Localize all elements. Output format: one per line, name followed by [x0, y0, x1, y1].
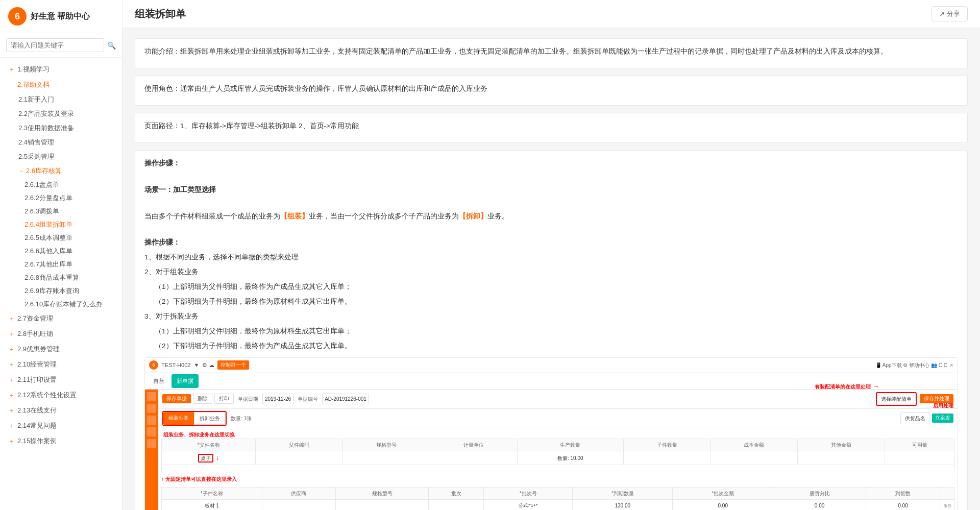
- sidebar-item-2-6-10[interactable]: 2.6.10库存账本错了怎么办: [0, 298, 122, 311]
- scene1-title: 场景一：加工类型选择: [144, 184, 958, 196]
- scene1-desc: 当由多个子件材料组装成一个成品的业务为【组装】业务，当由一个父件拆分成多个子产品…: [144, 211, 958, 223]
- step2: 2、对于组装业务: [144, 266, 958, 278]
- cell-child-name-1: 板材 1: [162, 500, 262, 510]
- th-supplier: 供应商: [262, 488, 336, 500]
- quantity-label: 数量: 1张: [231, 414, 252, 423]
- app-titlebar-right: 📱 App下载 ⚙ 帮助中心 👥 C.C ✕: [875, 361, 953, 370]
- sidebar-item-2-10[interactable]: ＋ 2.10经营管理: [0, 357, 122, 372]
- page-title: 组装拆卸单: [135, 7, 186, 21]
- sidebar-item-2-8[interactable]: ＋ 2.8手机旺铺: [0, 326, 122, 342]
- sidebar-item-2-6-4[interactable]: 2.6.4组装拆卸单: [0, 218, 122, 231]
- share-button[interactable]: ↗ 分享: [932, 6, 968, 21]
- lower-table: *子件名称 供应商 规格型号 批次 *批次号 *到期数量 *批次金额 册贡分比: [161, 487, 954, 510]
- sidebar-item-2-9[interactable]: ＋ 2.9优惠券管理: [0, 342, 122, 357]
- cell-name: 桌子 ↓: [162, 451, 256, 465]
- th-avail: 可用量: [885, 439, 954, 451]
- step3: 3、对于拆装业务: [144, 311, 958, 323]
- app-title: TEST-H002: [161, 360, 190, 370]
- search-input[interactable]: [6, 38, 104, 52]
- cell-unit: [430, 451, 518, 465]
- cell-batch-1: [429, 500, 484, 510]
- app-tab-home[interactable]: 自营: [148, 374, 169, 388]
- app-form-topbar: 保存单据 删除 打印 单据日期 2019-12-26 单据编号 AD-20191…: [158, 390, 958, 409]
- search-box: 🔍: [0, 33, 122, 58]
- annotation-bom: 有装配清单的在这里处理 →: [815, 381, 879, 393]
- th-arrive: 到货数: [866, 488, 940, 500]
- app-titlebar: 6 TEST-H002 ▼ ⚙ ☁ 控制群一个 📱 App下载 ⚙ 帮助中心 👥…: [145, 358, 958, 373]
- th-qty: 生产数量: [517, 439, 623, 451]
- sidebar-item-2-14[interactable]: ＋ 2.14常见问题: [0, 418, 122, 433]
- th-batch: 批次: [429, 488, 484, 500]
- sidebar-item-label: 2.10经营管理: [17, 360, 57, 369]
- app-mini-sidebar: [145, 390, 158, 510]
- sidebar-item-2-6-6[interactable]: 2.6.6其他入库单: [0, 245, 122, 258]
- sidebar-item-label: 1.视频学习: [17, 65, 50, 74]
- tab-disassembly[interactable]: 拆卸业务: [194, 412, 226, 425]
- sidebar-item-2-12[interactable]: ＋ 2.12系统个性化设置: [0, 387, 122, 403]
- app-delete-btn[interactable]: 删除: [193, 394, 212, 404]
- search-icon[interactable]: 🔍: [107, 41, 116, 50]
- sidebar-item-2-6-3[interactable]: 2.6.3调拨单: [0, 205, 122, 218]
- tab-assembly[interactable]: 组装业务: [163, 412, 194, 425]
- app-new-btn[interactable]: 控制群一个: [217, 360, 249, 370]
- sidebar-item-2-15[interactable]: ＋ 2.15操作案例: [0, 433, 122, 449]
- sidebar-item-label: 2.7资金管理: [17, 314, 53, 323]
- screenshot-container: 6 TEST-H002 ▼ ⚙ ☁ 控制群一个 📱 App下载 ⚙ 帮助中心 👥…: [144, 357, 958, 510]
- sidebar-item-2-1[interactable]: 2.1新手入门: [0, 92, 122, 107]
- sidebar-item-2-7[interactable]: ＋ 2.7资金管理: [0, 311, 122, 326]
- mini-sidebar-icon-3: [147, 416, 156, 425]
- annotation-no-bom: ↑ 无固定清单可以直接在这里录入: [161, 476, 237, 482]
- sidebar-item-2-4[interactable]: 2.4销售管理: [0, 135, 122, 150]
- sidebar-item-2-6-1[interactable]: 2.6.1盘点单: [0, 178, 122, 191]
- app-tab-new[interactable]: 新单据: [172, 374, 199, 388]
- sidebar-item-2-6[interactable]: － 2.6库存核算: [0, 164, 122, 178]
- logo-text: 好生意 帮助中心: [31, 11, 90, 22]
- steps-block: 操作步骤： 场景一：加工类型选择 当由多个子件材料组装成一个成品的业务为【组装】…: [135, 150, 968, 510]
- type-tab-group: 组装业务 拆卸业务: [162, 411, 227, 426]
- steps-title: 操作步骤：: [144, 158, 958, 169]
- app-screenshot: 6 TEST-H002 ▼ ⚙ ☁ 控制群一个 📱 App下载 ⚙ 帮助中心 👥…: [145, 358, 958, 510]
- path-block: 页面路径：1、库存核算->库存管理->组装拆卸单 2、首页->常用功能: [135, 113, 968, 143]
- sidebar-item-label: 2.13在线支付: [17, 406, 57, 415]
- mini-sidebar-icon-1: [147, 392, 156, 401]
- sidebar-item-2-6-9[interactable]: 2.6.9库存账本查询: [0, 284, 122, 298]
- cell-arrive-1: 0.00: [866, 500, 940, 510]
- path-text: 页面路径：1、库存核算->库存管理->组装拆卸单 2、首页->常用功能: [144, 120, 958, 132]
- bom-select-box[interactable]: 选择装配清单: [876, 392, 917, 406]
- role-text: 使用角色：通常由生产人员或库管人员完成拆装业务的操作，库管人员确认原材料的出库和…: [144, 83, 958, 95]
- sidebar-item-2-2[interactable]: 2.2产品安装及登录: [0, 107, 122, 121]
- sidebar-item-label: 2.11打印设置: [17, 375, 57, 384]
- th-unit: 计量单位: [430, 439, 518, 451]
- sidebar-item-label: 2.帮助文档: [17, 80, 50, 89]
- sidebar-item-2-6-5[interactable]: 2.6.5成本调整单: [0, 231, 122, 245]
- cell-empty: [162, 465, 954, 473]
- sidebar-item-2-6-8[interactable]: 2.6.8商品成本重算: [0, 271, 122, 284]
- sidebar-item-2-3[interactable]: 2.3使用前数据准备: [0, 121, 122, 135]
- th-contrib: 册贡分比: [773, 488, 866, 500]
- sidebar-item-2-6-2[interactable]: 2.6.2分量盘点单: [0, 191, 122, 205]
- sidebar-item-2-13[interactable]: ＋ 2.13在线支付: [0, 403, 122, 418]
- th-parent-code: 父件编码: [256, 439, 343, 451]
- app-print-btn[interactable]: 打印: [214, 394, 234, 404]
- sidebar-item-video[interactable]: ＋ 1.视频学习: [0, 62, 122, 77]
- mini-sidebar-icon-5: [147, 439, 156, 448]
- minus-icon-2-6: －: [18, 167, 24, 175]
- upper-table-area: *父件名称 父件编码 规格型号 计量单位 生产数量 子件数量 成本金额 其他金额: [158, 439, 958, 473]
- sidebar-item-2-11[interactable]: ＋ 2.11打印设置: [0, 372, 122, 387]
- row-op-icon-1[interactable]: ⊕⊖: [943, 503, 951, 508]
- th-child-qty: 子件数量: [623, 439, 710, 451]
- sidebar-item-2-6-7[interactable]: 2.6.7其他出库单: [0, 258, 122, 271]
- sidebar-item-label: 2.15操作案例: [17, 436, 57, 446]
- app-close-icon[interactable]: ✕: [949, 361, 953, 370]
- app-right-icons: 📱 App下载 ⚙ 帮助中心 👥 C.C: [875, 361, 947, 370]
- enable-input[interactable]: 供货品名: [900, 412, 930, 424]
- cell-batchno-1: 公式:*1+*: [484, 500, 573, 510]
- enable-btn[interactable]: 立采发: [932, 414, 953, 423]
- app-form-area: 保存单据 删除 打印 单据日期 2019-12-26 单据编号 AD-20191…: [158, 390, 958, 510]
- logo-area: 6 好生意 帮助中心: [0, 0, 122, 33]
- app-save-btn[interactable]: 保存单据: [162, 394, 191, 403]
- parent-name-highlight: 桌子: [198, 454, 213, 463]
- step1: 1、根据不同的业务，选择不同单据的类型来处理: [144, 252, 958, 263]
- sidebar-item-help[interactable]: － 2.帮助文档: [0, 77, 122, 92]
- sidebar-item-2-5[interactable]: 2.5采购管理: [0, 150, 122, 164]
